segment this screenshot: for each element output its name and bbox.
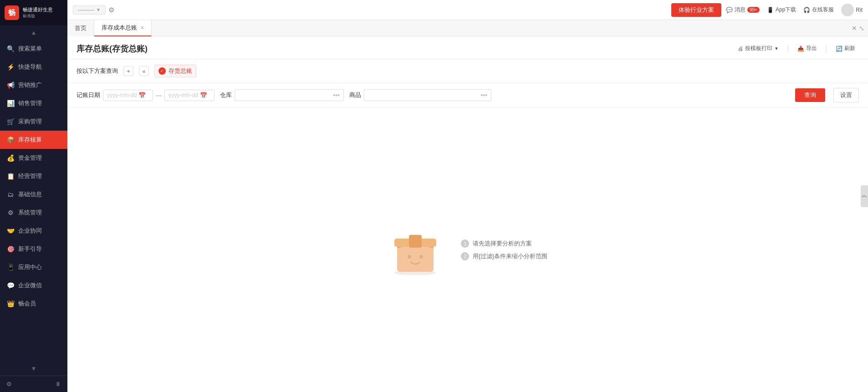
scheme-collapse-btn[interactable]: « bbox=[139, 66, 149, 76]
sidebar-scroll-down[interactable]: ▼ bbox=[0, 361, 67, 376]
message-icon: 💬 bbox=[726, 7, 733, 13]
setup-button[interactable]: 设置 bbox=[833, 88, 859, 102]
goods-more-icon[interactable]: ••• bbox=[480, 92, 487, 99]
breadcrumb-dropdown-icon[interactable]: ▼ bbox=[96, 7, 101, 12]
sidebar-nav: 🔍 搜索菜单 ⚡ 快捷导航 📢 营销推广 📊 销售管理 🛒 采购管理 📦 库存核… bbox=[0, 40, 67, 361]
date-start-input[interactable]: yyyy-mm-dd 📅 bbox=[103, 90, 153, 101]
hint-num-2: 2 bbox=[461, 252, 469, 260]
app-badge: 标准版 bbox=[23, 13, 53, 19]
app-name: 畅捷通好生意 bbox=[23, 6, 53, 13]
print-template-btn[interactable]: 🖨 按模板打印 ▼ bbox=[734, 43, 782, 54]
tab-close-icon[interactable]: × bbox=[141, 25, 144, 31]
empty-text: 1 请先选择要分析的方案 2 用[过滤]条件来缩小分析范围 bbox=[461, 239, 547, 260]
hint-text-1: 请先选择要分析的方案 bbox=[473, 239, 532, 248]
goods-input[interactable]: ••• bbox=[364, 89, 491, 101]
action-divider-2 bbox=[826, 45, 827, 52]
export-icon: 📤 bbox=[797, 46, 804, 52]
sidebar-footer: ⚙ ⏸ bbox=[0, 376, 67, 392]
sidebar-item-quick-nav[interactable]: ⚡ 快捷导航 bbox=[0, 58, 67, 76]
tab-home[interactable]: 首页 bbox=[67, 20, 94, 36]
warehouse-input[interactable]: ••• bbox=[235, 89, 344, 101]
cooperation-icon: 🤝 bbox=[6, 227, 15, 234]
scheme-label: 按以下方案查询 bbox=[77, 67, 118, 75]
breadcrumb-current[interactable]: ――― ▼ bbox=[73, 5, 106, 15]
newbie-icon: 🎯 bbox=[6, 245, 15, 253]
scheme-item-label: 存货总账 bbox=[168, 67, 192, 75]
user-info[interactable]: Rit bbox=[841, 4, 863, 16]
sidebar-item-inventory[interactable]: 📦 库存核算 bbox=[0, 131, 67, 149]
query-button[interactable]: 查询 bbox=[795, 88, 825, 102]
online-service-action[interactable]: 🎧 在线客服 bbox=[803, 6, 834, 14]
audio-footer-icon[interactable]: ⏸ bbox=[55, 381, 61, 387]
svg-point-4 bbox=[408, 255, 411, 259]
tab-home-label: 首页 bbox=[75, 24, 87, 32]
scheme-add-btn[interactable]: + bbox=[123, 66, 133, 76]
sidebar-item-basic-info[interactable]: 🗂 基础信息 bbox=[0, 185, 67, 204]
sidebar-item-newbie[interactable]: 🎯 新手引导 bbox=[0, 240, 67, 258]
scheme-item-icon: ✓ bbox=[158, 67, 166, 75]
tab-inventory-ledger[interactable]: 库存成本总账 × bbox=[94, 20, 152, 36]
sidebar-item-system[interactable]: ⚙ 系统管理 bbox=[0, 204, 67, 222]
user-name: Rit bbox=[856, 7, 863, 13]
right-panel-toggle[interactable]: ❮ bbox=[861, 185, 868, 207]
tab-panel-close-btn[interactable]: ✕ ⤡ bbox=[852, 25, 864, 32]
basic-info-icon: 🗂 bbox=[6, 191, 15, 198]
hint-num-1: 1 bbox=[461, 239, 469, 248]
date-filter-group: 记账日期 yyyy-mm-dd 📅 — yyyy-mm-dd 📅 bbox=[77, 90, 214, 101]
print-dropdown-icon[interactable]: ▼ bbox=[774, 46, 779, 51]
tab-active-label: 库存成本总账 bbox=[102, 24, 137, 32]
sidebar-item-operations[interactable]: 📋 经营管理 bbox=[0, 167, 67, 185]
date-end-input[interactable]: yyyy-mm-dd 📅 bbox=[164, 90, 214, 101]
goods-filter-group: 商品 ••• bbox=[349, 89, 491, 101]
calendar-start-icon[interactable]: 📅 bbox=[138, 92, 146, 99]
panel-close-icon: ✕ bbox=[852, 25, 857, 32]
sidebar: 畅 畅捷通好生意 标准版 ▲ 🔍 搜索菜单 ⚡ 快捷导航 📢 营销推广 📊 销售… bbox=[0, 0, 67, 392]
service-icon: 🎧 bbox=[803, 7, 810, 13]
date-end-placeholder: yyyy-mm-dd bbox=[168, 92, 198, 98]
user-avatar bbox=[841, 4, 854, 16]
app-logo: 畅 畅捷通好生意 标准版 bbox=[0, 0, 67, 25]
sidebar-item-cooperation[interactable]: 🤝 企业协同 bbox=[0, 222, 67, 240]
sidebar-item-purchase[interactable]: 🛒 采购管理 bbox=[0, 112, 67, 131]
settings-footer-icon[interactable]: ⚙ bbox=[6, 381, 12, 387]
message-action[interactable]: 💬 消息 99+ bbox=[726, 6, 760, 14]
sidebar-item-sales[interactable]: 📊 销售管理 bbox=[0, 94, 67, 112]
page-content: 库存总账(存货总账) 🖨 按模板打印 ▼ 📤 导出 🔄 刷新 bbox=[67, 36, 868, 392]
topbar-right: 💬 消息 99+ 📱 App下载 🎧 在线客服 Rit bbox=[726, 4, 863, 16]
svg-rect-1 bbox=[397, 245, 434, 272]
svg-rect-3 bbox=[409, 235, 422, 248]
refresh-icon: 🔄 bbox=[836, 46, 842, 52]
export-btn[interactable]: 📤 导出 bbox=[794, 43, 821, 54]
app-center-icon: 📱 bbox=[6, 264, 15, 271]
scheme-item-inventory[interactable]: ✓ 存货总账 bbox=[154, 65, 196, 77]
wechat-icon: 💬 bbox=[6, 282, 15, 289]
warehouse-field-label: 仓库 bbox=[220, 91, 232, 99]
scroll-up-btn[interactable]: ▲ bbox=[0, 27, 67, 38]
scroll-down-btn[interactable]: ▼ bbox=[0, 363, 67, 374]
topbar-settings-icon[interactable]: ⚙ bbox=[108, 6, 114, 14]
page-title: 库存总账(存货总账) bbox=[77, 43, 148, 54]
date-start-placeholder: yyyy-mm-dd bbox=[107, 92, 137, 98]
sidebar-item-search[interactable]: 🔍 搜索菜单 bbox=[0, 40, 67, 58]
warehouse-more-icon[interactable]: ••• bbox=[333, 92, 340, 99]
app-download-icon: 📱 bbox=[767, 7, 774, 13]
operations-icon: 📋 bbox=[6, 173, 15, 180]
app-download-action[interactable]: 📱 App下载 bbox=[767, 6, 796, 14]
sidebar-item-member[interactable]: 👑 畅会员 bbox=[0, 295, 67, 313]
sidebar-scroll-up[interactable]: ▲ bbox=[0, 25, 67, 40]
sidebar-item-app-center[interactable]: 📱 应用中心 bbox=[0, 258, 67, 276]
sidebar-item-marketing[interactable]: 📢 营销推广 bbox=[0, 76, 67, 94]
sidebar-item-enterprise-wechat[interactable]: 💬 企业微信 bbox=[0, 276, 67, 295]
trial-button[interactable]: 体验行业方案 bbox=[671, 3, 721, 17]
breadcrumb-area: ――― ▼ ⚙ bbox=[73, 5, 667, 15]
panel-resize-icon: ⤡ bbox=[859, 25, 864, 32]
sales-icon: 📊 bbox=[6, 100, 15, 107]
empty-svg bbox=[388, 225, 443, 275]
sidebar-item-finance[interactable]: 💰 资金管理 bbox=[0, 149, 67, 167]
page-header: 库存总账(存货总账) 🖨 按模板打印 ▼ 📤 导出 🔄 刷新 bbox=[67, 36, 868, 59]
calendar-end-icon[interactable]: 📅 bbox=[200, 92, 207, 99]
message-badge: 99+ bbox=[747, 7, 760, 13]
refresh-btn[interactable]: 🔄 刷新 bbox=[832, 43, 859, 54]
inventory-icon: 📦 bbox=[6, 136, 15, 143]
hint-text-2: 用[过滤]条件来缩小分析范围 bbox=[473, 252, 547, 260]
